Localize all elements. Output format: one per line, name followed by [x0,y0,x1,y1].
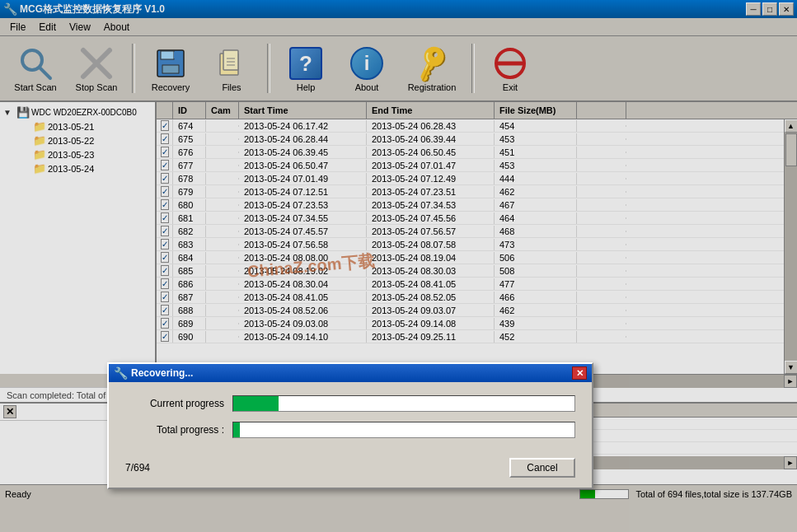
current-progress-label: Current progress [125,398,232,409]
recovering-dialog: 🔧 Recovering... ✕ Current progress Total… [107,362,593,489]
modal-title-bar: 🔧 Recovering... ✕ [109,364,592,382]
modal-close-button[interactable]: ✕ [572,366,587,380]
app-window: 🔧 MCG格式监控数据恢复程序 V1.0 ─ □ ✕ File Edit Vie… [0,0,797,532]
current-progress-fill [233,396,279,411]
modal-footer: 7/694 Cancel [109,458,592,488]
modal-overlay: 🔧 Recovering... ✕ Current progress Total… [0,0,797,532]
total-progress-fill [233,422,240,437]
current-progress-container [232,395,575,412]
modal-body: Current progress Total progress : [109,382,592,458]
total-progress-row: Total progress : [125,422,575,438]
modal-icon: 🔧 [114,366,128,380]
modal-title: Recovering... [131,367,572,379]
total-progress-label: Total progress : [125,424,232,436]
modal-counter: 7/694 [125,462,150,474]
current-progress-row: Current progress [125,395,575,412]
total-progress-container [232,422,575,438]
modal-cancel-button[interactable]: Cancel [509,458,575,478]
